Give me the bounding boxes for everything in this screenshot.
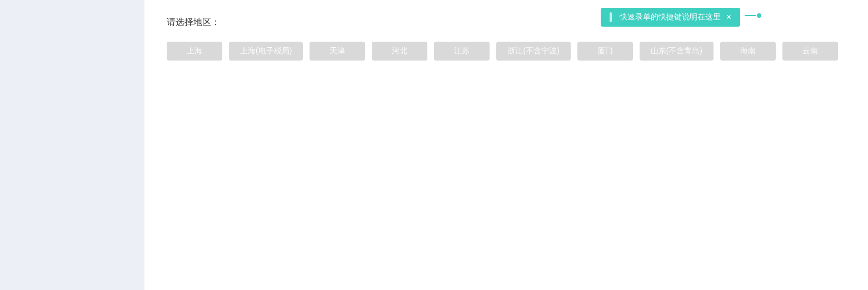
region-button[interactable]: 厦门 [577,42,633,61]
sidebar [0,0,144,290]
tooltip-text: 快速录单的快捷键说明在这里 [620,12,721,22]
page-title: 请选择地区： [167,17,846,28]
region-button[interactable]: 河北 [372,42,427,61]
region-button[interactable]: 海南 [720,42,776,61]
region-button[interactable]: 江苏 [434,42,490,61]
main-content: 请选择地区： 上海上海(电子税局)天津河北江苏浙江(不含宁波)厦门山东(不含青岛… [144,0,868,290]
region-buttons: 上海上海(电子税局)天津河北江苏浙江(不含宁波)厦门山东(不含青岛)海南云南 [167,42,846,61]
region-button[interactable]: 上海(电子税局) [229,42,303,61]
tooltip-banner: 快速录单的快捷键说明在这里 × [601,8,740,27]
region-button[interactable]: 上海 [167,42,222,61]
region-button[interactable]: 云南 [782,42,838,61]
region-button[interactable]: 浙江(不含宁波) [496,42,570,61]
tooltip-bar [610,12,612,22]
region-button[interactable]: 山东(不含青岛) [640,42,714,61]
tooltip-close-button[interactable]: × [726,12,731,22]
connector-dot [756,12,762,19]
region-button[interactable]: 天津 [310,42,365,61]
